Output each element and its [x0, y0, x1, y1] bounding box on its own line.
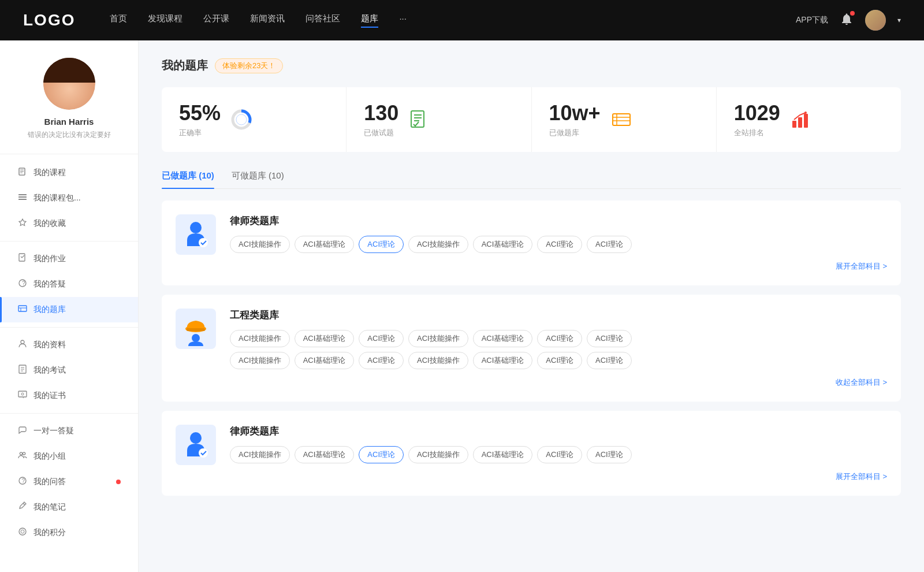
- nav-home[interactable]: 首页: [110, 13, 127, 28]
- sidebar-label-my-homework: 我的作业: [33, 254, 121, 264]
- tag[interactable]: ACI基础理论: [473, 236, 533, 253]
- sidebar-item-my-cert[interactable]: 我的证书: [0, 383, 138, 408]
- tab-todo[interactable]: 可做题库 (10): [232, 166, 284, 188]
- stat-accuracy: 55% 正确率: [162, 87, 346, 152]
- tag[interactable]: ACI理论: [537, 236, 582, 253]
- tag[interactable]: ACI基础理论: [295, 352, 355, 369]
- done-questions-icon: [408, 108, 431, 131]
- sidebar-item-my-package[interactable]: 我的课程包...: [0, 185, 138, 211]
- sidebar-item-my-group[interactable]: 我的小组: [0, 444, 138, 469]
- sidebar-label-my-exam: 我的考试: [33, 365, 121, 376]
- sidebar-menu: 我的课程 我的课程包... 我的收藏 我的作业: [0, 154, 138, 551]
- tag[interactable]: ACI理论: [587, 330, 632, 347]
- profile-name: Brian Harris: [12, 117, 126, 127]
- sidebar-item-my-qa[interactable]: ? 我的答疑: [0, 272, 138, 297]
- sidebar-item-my-bank[interactable]: 我的题库: [0, 297, 138, 322]
- subject-body-lawyer-2: 律师类题库 ACI技能操作 ACI基础理论 ACI理论 ACI技能操作 ACI基…: [230, 425, 887, 482]
- engineer-icon: [181, 311, 210, 346]
- tag[interactable]: ACI理论: [359, 330, 404, 347]
- svg-rect-5: [18, 196, 27, 198]
- nav-bank[interactable]: 题库: [361, 13, 378, 28]
- sidebar-item-my-questions[interactable]: ? 我的问答: [0, 469, 138, 495]
- sidebar-label-my-notes: 我的笔记: [33, 502, 121, 512]
- nav-news[interactable]: 新闻资讯: [250, 13, 285, 28]
- sidebar-label-my-collect: 我的收藏: [33, 218, 121, 229]
- sidebar-item-my-info[interactable]: 我的资料: [0, 332, 138, 358]
- svg-point-48: [192, 334, 200, 342]
- app-download-btn[interactable]: APP下载: [796, 15, 828, 25]
- svg-point-28: [21, 530, 24, 533]
- nav-links: 首页 发现课程 公开课 新闻资讯 问答社区 题库 ···: [110, 13, 796, 28]
- nav-more[interactable]: ···: [399, 13, 407, 28]
- tag[interactable]: ACI技能操作: [408, 352, 468, 369]
- sidebar-label-my-package: 我的课程包...: [33, 193, 121, 203]
- nav-discover[interactable]: 发现课程: [148, 13, 182, 28]
- tag[interactable]: ACI基础理论: [473, 446, 533, 463]
- tag[interactable]: ACI理论: [537, 446, 582, 463]
- sidebar-item-my-course[interactable]: 我的课程: [0, 160, 138, 185]
- svg-line-26: [23, 503, 25, 505]
- expand-link-lawyer-1[interactable]: 展开全部科目 >: [230, 258, 887, 272]
- tag[interactable]: ACI基础理论: [473, 352, 533, 369]
- collapse-link-engineer-1[interactable]: 收起全部科目 >: [230, 374, 887, 388]
- tag[interactable]: ACI理论: [587, 446, 632, 463]
- tags-row-lawyer-2: ACI技能操作 ACI基础理论 ACI理论 ACI技能操作 ACI基础理论 AC…: [230, 446, 887, 463]
- cert-icon: [17, 390, 28, 402]
- sidebar-divider-1: [0, 241, 138, 242]
- stat-rank-value: 1029: [734, 101, 780, 125]
- tag[interactable]: ACI理论: [537, 352, 582, 369]
- tag-active[interactable]: ACI理论: [359, 236, 404, 253]
- nav-right: APP下载 ▾: [796, 10, 901, 31]
- tag[interactable]: ACI技能操作: [408, 330, 468, 347]
- stat-rank-text: 1029 全站排名: [734, 101, 780, 138]
- user-dropdown-arrow[interactable]: ▾: [897, 16, 901, 24]
- tag[interactable]: ACI技能操作: [408, 446, 468, 463]
- tag[interactable]: ACI理论: [537, 330, 582, 347]
- tag[interactable]: ACI技能操作: [230, 330, 290, 347]
- tag[interactable]: ACI理论: [587, 352, 632, 369]
- tag[interactable]: ACI技能操作: [230, 236, 290, 253]
- homework-icon: [17, 253, 28, 265]
- sidebar-item-my-collect[interactable]: 我的收藏: [0, 211, 138, 236]
- page-title: 我的题库: [162, 58, 208, 73]
- sidebar-item-my-notes[interactable]: 我的笔记: [0, 495, 138, 520]
- navbar: LOGO 首页 发现课程 公开课 新闻资讯 问答社区 题库 ··· APP下载 …: [0, 0, 924, 40]
- rank-icon: [789, 108, 813, 131]
- tag[interactable]: ACI基础理论: [473, 330, 533, 347]
- subject-card-lawyer-2: 律师类题库 ACI技能操作 ACI基础理论 ACI理论 ACI技能操作 ACI基…: [162, 411, 901, 496]
- tag[interactable]: ACI技能操作: [230, 352, 290, 369]
- tag[interactable]: ACI技能操作: [230, 446, 290, 463]
- stat-accuracy-value: 55%: [179, 101, 221, 125]
- tag[interactable]: ACI技能操作: [408, 236, 468, 253]
- tag[interactable]: ACI理论: [359, 352, 404, 369]
- sidebar-label-my-points: 我的积分: [33, 528, 121, 538]
- course-icon: [17, 167, 28, 179]
- tag-active[interactable]: ACI理论: [359, 446, 404, 463]
- points-icon: [17, 527, 28, 538]
- expand-link-lawyer-2[interactable]: 展开全部科目 >: [230, 468, 887, 482]
- nav-open[interactable]: 公开课: [203, 13, 229, 28]
- tag[interactable]: ACI基础理论: [295, 330, 355, 347]
- lawyer-icon-1: [181, 217, 210, 252]
- profile-motto: 错误的决定比没有决定要好: [12, 130, 126, 140]
- main-content: 我的题库 体验剩余23天！ 55% 正确率: [139, 40, 924, 572]
- user-avatar[interactable]: [865, 10, 886, 31]
- tag[interactable]: ACI基础理论: [295, 236, 355, 253]
- lawyer-icon-wrap-1: [176, 214, 216, 255]
- questions-icon: ?: [17, 476, 28, 488]
- notification-bell[interactable]: [840, 12, 854, 28]
- tab-done[interactable]: 已做题库 (10): [162, 166, 214, 188]
- stat-done-banks-label: 已做题库: [549, 128, 601, 138]
- sidebar-item-my-points[interactable]: 我的积分: [0, 520, 138, 545]
- sidebar-item-one-on-one[interactable]: 一对一答疑: [0, 418, 138, 444]
- questions-dot: [116, 480, 121, 484]
- sidebar-item-my-homework[interactable]: 我的作业: [0, 246, 138, 272]
- nav-qa[interactable]: 问答社区: [305, 13, 340, 28]
- tags-row-lawyer-1: ACI技能操作 ACI基础理论 ACI理论 ACI技能操作 ACI基础理论 AC…: [230, 236, 887, 253]
- tag[interactable]: ACI理论: [587, 236, 632, 253]
- accuracy-icon: [230, 108, 253, 131]
- sidebar-item-my-exam[interactable]: 我的考试: [0, 358, 138, 383]
- tag[interactable]: ACI基础理论: [295, 446, 355, 463]
- stat-done-questions-value: 130: [364, 101, 398, 125]
- tags-row-engineer-row2: ACI技能操作 ACI基础理论 ACI理论 ACI技能操作 ACI基础理论 AC…: [230, 352, 887, 369]
